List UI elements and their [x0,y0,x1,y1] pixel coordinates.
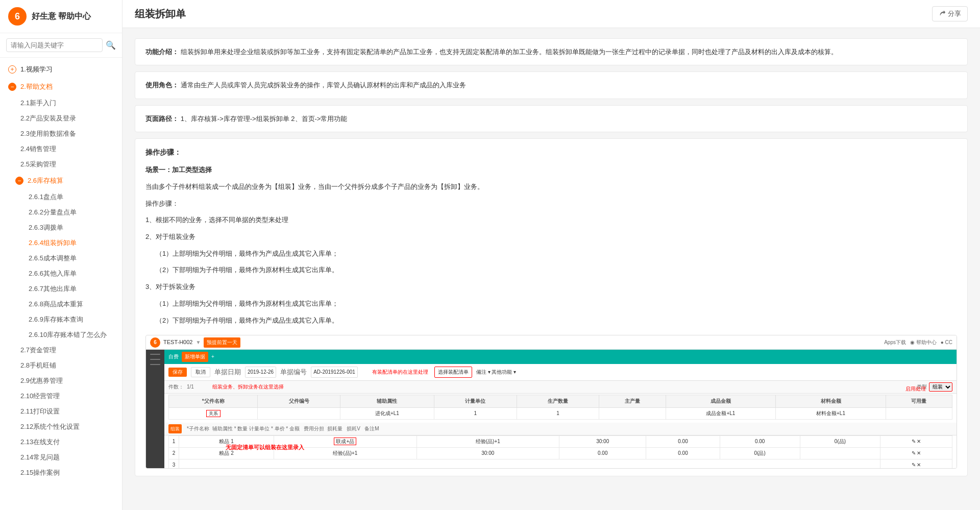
path-text: 1、库存核算->库存管理->组装拆卸单 2、首页->常用功能 [181,115,348,123]
ss-tab-active: 新增单据 [182,352,208,362]
sidebar-item-26-2[interactable]: 2.6.2分量盘点单 [29,205,122,220]
ss-col-7: 成品金额 [666,395,776,407]
ss-topbar-left: 6 TEST-H002 ▼ 预提前置一天 [150,337,884,348]
ss-select-bom[interactable]: 选择装配清单 [434,367,472,378]
sidebar-item-26-8[interactable]: 2.6.8商品成本重算 [29,297,122,312]
role-label: 使用角色： [145,81,179,89]
role-block: 使用角色： 通常由生产人员或库管人员完成拆装业务的操作，库管人员确认原材料的出库… [135,71,968,99]
step2-2: （2）下部明细为子件明细，最终作为原材料生成其它出库单。 [156,264,957,277]
sidebar-item-26-10[interactable]: 2.6.10库存账本错了怎么办 [29,327,122,343]
ss-lower-tag: 组装 [168,424,182,433]
collapse-icon-docs: − [8,83,16,91]
sidebar-item-26-5[interactable]: 2.6.5成本调整单 [29,251,122,266]
sidebar-item-26-7[interactable]: 2.6.7其他出库单 [29,281,122,297]
page-title: 组装拆卸单 [135,7,186,21]
ss-cancel-btn[interactable]: 取消 [191,367,210,377]
app-logo: 6 [8,7,27,26]
sidebar-item-capital[interactable]: 2.7资金管理 [20,343,122,358]
path-label: 页面路径： [145,115,179,123]
scene1-title: 场景一：加工类型选择 [145,164,957,177]
ss-col-8: 材料金额 [776,395,886,407]
sidebar-item-sales[interactable]: 2.4销售管理 [20,141,122,157]
sidebar-item-cases[interactable]: 2.15操作案例 [20,465,122,480]
ss-lr-icons-3: ✎ ✕ [880,459,952,468]
sidebar-item-inventory[interactable]: − 2.6库存核算 [15,172,122,189]
ss-nav-icon3 [150,364,160,365]
ss-user: ● CC [941,338,952,347]
ss-lr-icons-2: ✎ ✕ [880,447,952,459]
ss-nav-icon1 [150,354,160,355]
ss-cell-6 [599,407,666,419]
sidebar-item-26-6[interactable]: 2.6.6其他入库单 [29,266,122,281]
sidebar-item-payment[interactable]: 2.13在线支付 [20,434,122,450]
ss-cell-9 [886,407,952,419]
ss-logo: 6 [150,337,160,348]
ss-lower-cols: 辅助属性 * 数量 计量单位 * 单价 * 金额 费用分担 损耗量 损耗V 备注… [212,424,379,433]
app-title: 好生意 帮助中心 [32,11,91,22]
ss-lr-price-1: 0.00 [646,435,720,447]
sidebar-item-newcomer[interactable]: 2.1新手入门 [20,95,122,111]
sidebar-item-print[interactable]: 2.11打印设置 [20,404,122,419]
ss-inner: 自费 新增单据 + 保存 取消 单据日期 2019-12-26 单据编号 [146,350,957,468]
search-icon[interactable]: 🔍 [106,40,116,50]
ss-main-area: 自费 新增单据 + 保存 取消 单据日期 2019-12-26 单据编号 [164,350,957,468]
ss-lr-amt-1: 0.00 [720,435,800,447]
expand-icon-video: + [8,65,16,74]
ss-cell-name-input[interactable]: 关系 [206,410,220,417]
ss-teal-bar: 自费 新增单据 + [164,350,957,364]
ss-lr-empty-3 [179,459,880,468]
sidebar-item-26-3[interactable]: 2.6.3调拨单 [29,220,122,235]
search-input[interactable] [6,38,103,52]
sidebar-item-26-4[interactable]: 2.6.4组装拆卸单 [29,235,122,251]
ss-lower-label: *子件名称 [187,424,209,433]
ss-topbar: 6 TEST-H002 ▼ 预提前置一天 Apps下载 ◉ 帮助中心 ● CC [146,335,957,350]
ss-status-tag: 预提前置一天 [204,337,240,348]
ss-save-btn[interactable]: 保存 [168,368,187,377]
ss-nav-icon2 [150,359,160,360]
sidebar-item-docs[interactable]: − 2.帮助文档 [0,78,122,95]
ss-cell-2 [258,407,340,419]
ss-annotation2: 组装业务、拆卸业务在这里选择 [212,382,284,392]
ss-cell-4: 1 [434,407,517,419]
ss-lr-attr-input-1[interactable]: 联成+品 [334,438,356,445]
ss-lower-section-header: 组装 *子件名称 辅助属性 * 数量 计量单位 * 单价 * 金额 费用分担 损… [164,423,957,435]
ss-test-id: TEST-H002 [163,337,192,348]
step3-2: （2）下部明细为子件明细，最终作为产成品生成其它入库单。 [156,314,957,327]
sidebar-item-purchase[interactable]: 2.5采购管理 [20,157,122,172]
share-button[interactable]: 分享 [932,6,968,21]
ss-lr-etc-1: 0(品) [800,435,880,447]
sidebar-item-26-1[interactable]: 2.6.1盘点单 [29,189,122,205]
sidebar-label-docs: 2.帮助文档 [20,82,53,91]
ss-apps: Apps下载 [884,338,906,347]
sidebar-item-mobile[interactable]: 2.8手机旺铺 [20,358,122,373]
ss-cell-8: 材料金额+L1 [776,407,886,419]
sidebar-item-prepare[interactable]: 2.3使用前数据准备 [20,126,122,141]
sidebar-item-video[interactable]: + 1.视频学习 [0,61,122,78]
ss-lr-num-3: 3 [169,459,179,468]
sidebar-item-personalize[interactable]: 2.12系统个性化设置 [20,419,122,434]
share-icon [939,10,946,17]
ss-dropdown-arrow: ▼ [195,338,201,347]
ss-col-5: 生产数量 [517,395,599,407]
step1: 1、根据不同的业务，选择不同单据的类型来处理 [145,214,957,227]
sidebar-item-coupon[interactable]: 2.9优惠券管理 [20,373,122,388]
ss-cell-3: 进化成+L1 [340,407,434,419]
ss-col-2: 父件编号 [258,395,340,407]
ss-annotation1: 有装配清单的在这里处理 [372,368,428,377]
sidebar-item-operation[interactable]: 2.10经营管理 [20,388,122,404]
ss-lr-price-2: 0.00 [646,447,720,459]
collapse-icon-inventory: − [15,177,23,185]
ss-annotation3: 启用处理 [905,384,926,394]
sidebar-item-install[interactable]: 2.2产品安装及登录 [20,111,122,126]
logo-area: 6 好生意 帮助中心 [0,0,122,33]
ss-tab1: 自费 [168,352,179,361]
ss-type-dropdown[interactable]: 组装 拆卸 [929,382,952,392]
role-text: 通常由生产人员或库管人员完成拆装业务的操作，库管人员确认原材料的出库和产成品的入… [181,81,466,89]
sidebar-item-faq[interactable]: 2.14常见问题 [20,450,122,465]
ss-col-3: 辅助属性 [340,395,434,407]
screenshot-image: 6 TEST-H002 ▼ 预提前置一天 Apps下载 ◉ 帮助中心 ● CC [146,335,957,468]
sidebar-item-26-9[interactable]: 2.6.9库存账本查询 [29,312,122,327]
ss-cell-7: 成品金额+L1 [666,407,776,419]
top-bar: 组装拆卸单 分享 [122,0,980,28]
ss-lr-unit-2: 0.00 [559,447,646,459]
